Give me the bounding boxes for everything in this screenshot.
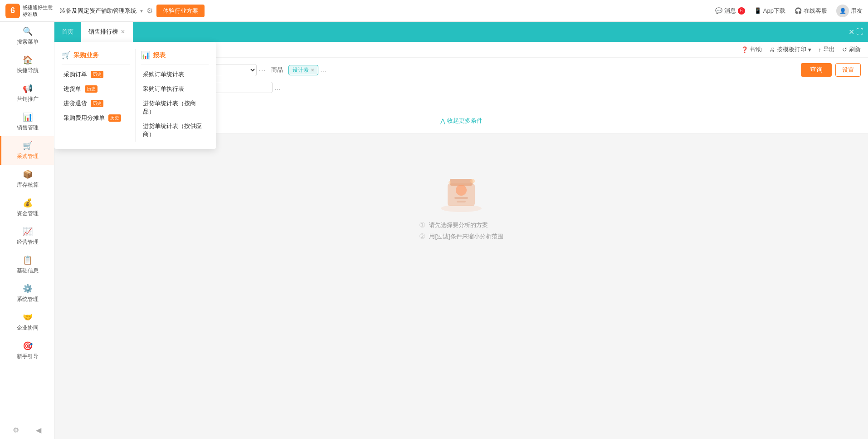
refresh-button[interactable]: ↺ 刷新 [842,45,861,54]
enterprise-icon: 🤝 [23,312,33,322]
sidebar-item-purchase-label: 采购管理 [17,153,39,160]
system-title: 装备及固定资产辅助管理系统 [60,7,137,15]
settings-bottom-icon[interactable]: ⚙ [13,426,19,434]
goods-tag: 设计素 ✕ [288,65,318,75]
menu-item-po-stats[interactable]: 采购订单统计表 [141,67,209,82]
sidebar-item-search[interactable]: 🔍 搜索菜单 [0,22,54,50]
system-dropdown-icon[interactable]: ▾ [140,8,143,14]
collapse-sidebar-icon[interactable]: ◀ [36,426,41,434]
sidebar-item-purchase[interactable]: 🛒 采购管理 [0,136,54,165]
inventory-icon: 📦 [23,169,33,179]
user-label: 用友 [851,7,863,15]
tab-sales-rank-label: 销售排行榜 [88,28,118,36]
sidebar-item-inventory-label: 库存核算 [17,181,39,189]
sidebar-item-finance[interactable]: 💰 资金管理 [0,193,54,222]
svg-point-3 [456,185,467,196]
collapse-up-icon: ⋀ [440,118,445,124]
sidebar-item-inventory[interactable]: 📦 库存核算 [0,165,54,193]
settings-button[interactable]: 设置 [835,63,861,77]
export-icon: ↑ [819,46,822,53]
sidebar-item-system-label: 系统管理 [17,296,39,303]
goods-stats-label: 进货单统计表（按商品） [143,99,207,116]
help-icon: ❓ [741,46,748,53]
salesman-dots[interactable]: ... [274,84,280,92]
message-icon: 💬 [715,7,722,14]
tab-home[interactable]: 首页 [54,22,81,42]
online-service-item[interactable]: 🎧 在线客服 [795,7,827,15]
purchase-section-icon: 🛒 [62,51,71,59]
return-badge: 历史 [91,100,103,107]
print-dropdown-icon[interactable]: ▾ [808,46,811,53]
menu-item-return[interactable]: 进货退货 历史 [62,96,130,111]
sidebar-item-operations-label: 经营管理 [17,238,39,246]
sidebar-bottom: ⚙ ◀ [0,421,54,439]
online-service-label: 在线客服 [804,7,827,15]
phone-icon: 📱 [754,7,761,14]
sidebar-item-enterprise[interactable]: 🤝 企业协同 [0,308,54,336]
menu-item-incoming[interactable]: 进货单 历史 [62,82,130,96]
sidebar-item-quicknav[interactable]: 🏠 快捷导航 [0,50,54,79]
sidebar-item-system[interactable]: ⚙️ 系统管理 [0,279,54,308]
message-item[interactable]: 💬 消息 6 [715,7,745,15]
menu-item-cost-alloc[interactable]: 采购费用分摊单 历史 [62,111,130,125]
tab-bar-actions: ✕ ⛶ [844,28,868,36]
incoming-badge: 历史 [85,85,98,93]
print-icon: 🖨 [769,46,775,53]
tab-sales-rank[interactable]: 销售排行榜 ✕ [81,22,133,42]
sidebar-item-guide[interactable]: 🎯 新手引导 [0,336,54,365]
system-icon: ⚙️ [23,284,33,294]
logo: 6 畅捷通好生意 标准版 [5,4,60,18]
print-button[interactable]: 🖨 按模板打印 ▾ [769,45,811,54]
supplier-stats-label: 进货单统计表（按供应商） [143,122,207,138]
logo-text: 畅捷通好生意 标准版 [23,4,53,17]
sidebar-item-operations[interactable]: 📈 经营管理 [0,222,54,251]
top-bar: 6 畅捷通好生意 标准版 装备及固定资产辅助管理系统 ▾ ⚙ 体验行业方案 💬 … [0,0,868,22]
empty-illustration [434,170,488,215]
menu-section-reports: 📊 报表 采购订单统计表 采购订单执行表 进货单统计表（按商品） 进货单统计表（… [141,49,209,142]
sidebar-item-marketing[interactable]: 📢 营销推广 [0,79,54,108]
refresh-icon: ↺ [842,46,847,53]
incoming-label: 进货单 [63,85,81,93]
export-button[interactable]: ↑ 导出 [819,45,835,54]
sidebar-item-basic-info[interactable]: 📋 基础信息 [0,251,54,279]
sidebar-item-guide-label: 新手引导 [17,353,39,360]
tab-bar: 首页 销售排行榜 ✕ ✕ ⛶ 🛒 采购业务 采 [54,22,868,42]
app-download-item[interactable]: 📱 App下载 [754,7,785,15]
menu-section-reports-title: 📊 报表 [141,49,209,64]
svg-point-7 [449,181,451,184]
tab-fullscreen-icon[interactable]: ⛶ [856,28,863,36]
message-label: 消息 [724,7,736,15]
sidebar-item-finance-label: 资金管理 [17,210,39,217]
sidebar-item-sales[interactable]: 📊 销售管理 [0,108,54,136]
menu-divider [135,49,136,142]
purchase-order-label: 采购订单 [63,70,87,79]
svg-point-6 [470,179,475,183]
voucher-status-dots: ⋯ [258,66,266,74]
purchase-icon: 🛒 [23,141,33,151]
po-stats-label: 采购订单统计表 [143,70,184,79]
query-button[interactable]: 查询 [801,63,832,77]
system-settings-icon[interactable]: ⚙ [146,6,153,15]
menu-item-supplier-stats[interactable]: 进货单统计表（按供应商） [141,119,209,142]
tab-close-all-icon[interactable]: ✕ [848,28,854,36]
headset-icon: 🎧 [795,7,802,14]
menu-item-po-exec[interactable]: 采购订单执行表 [141,82,209,96]
industry-button[interactable]: 体验行业方案 [156,5,205,17]
empty-hint1: 请先选择要分析的方案 [429,221,488,229]
help-button[interactable]: ❓ 帮助 [741,45,762,54]
goods-tag-close[interactable]: ✕ [311,68,314,73]
tab-close-icon[interactable]: ✕ [121,29,125,35]
sidebar: 🔍 搜索菜单 🏠 快捷导航 📢 营销推广 📊 销售管理 🛒 采购管理 📦 库存核… [0,22,54,439]
avatar: 👤 [836,5,849,17]
operations-icon: 📈 [23,227,33,237]
user-item[interactable]: 👤 用友 [836,5,863,17]
guide-icon: 🎯 [23,341,33,351]
marketing-icon: 📢 [23,84,33,94]
purchase-dropdown-menu: 🛒 采购业务 采购订单 历史 进货单 历史 进货退货 历史 [54,42,216,149]
empty-state: ① 请先选择要分析的方案 ② 用[过滤]条件来缩小分析范围 [54,133,868,277]
sidebar-item-enterprise-label: 企业协同 [17,324,39,332]
goods-dots[interactable]: ... [320,66,326,74]
menu-item-goods-stats[interactable]: 进货单统计表（按商品） [141,96,209,119]
sidebar-item-quicknav-label: 快捷导航 [17,67,39,74]
menu-item-purchase-order[interactable]: 采购订单 历史 [62,67,130,82]
